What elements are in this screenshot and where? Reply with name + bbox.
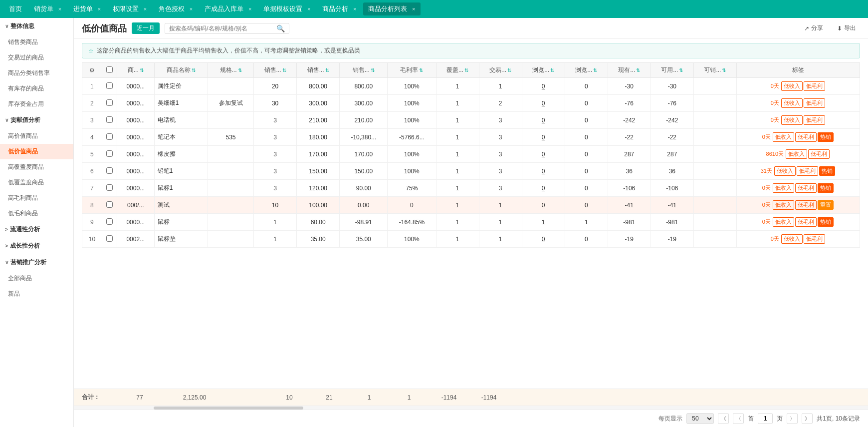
search-icon[interactable]: 🔍 [276, 24, 285, 32]
view1-value[interactable]: 0 [542, 83, 545, 90]
sidebar-group-overall[interactable]: ∨整体信息 [0, 18, 73, 34]
sidebar-item-sales-goods[interactable]: 销售类商品 [0, 34, 73, 50]
view1-value[interactable]: 0 [542, 185, 545, 192]
row-view1[interactable]: 0 [522, 129, 565, 146]
page-input[interactable] [758, 413, 773, 424]
row-checkbox-cell[interactable] [102, 129, 117, 146]
sidebar-item-high-value[interactable]: 高价值商品 [0, 128, 73, 144]
table-container[interactable]: ⚙ 商...⇅ 商品名称⇅ 规格...⇅ 销售...⇅ 销售...⇅ 销售...… [82, 62, 860, 389]
row-checkbox[interactable] [106, 150, 113, 157]
nav-product-entry-close[interactable]: × [248, 6, 251, 12]
view1-value[interactable]: 0 [542, 100, 545, 107]
nav-goods-analysis-close[interactable]: × [353, 6, 356, 12]
row-view1[interactable]: 1 [522, 214, 565, 231]
nav-sales-close[interactable]: × [58, 6, 61, 12]
sidebar-item-new-goods[interactable]: 新品 [0, 286, 73, 302]
col-amount[interactable]: 销售...⇅ [297, 63, 340, 78]
row-view1[interactable]: 0 [522, 95, 565, 112]
sidebar-group-contribution[interactable]: ∨贡献值分析 [0, 112, 73, 128]
sidebar-item-low-coverage[interactable]: 低覆盖度商品 [0, 175, 73, 190]
col-stock2[interactable]: 可用...⇅ [651, 63, 693, 78]
view1-value[interactable]: 0 [542, 134, 545, 141]
sidebar-item-high-margin[interactable]: 高毛利商品 [0, 190, 73, 206]
first-page-button[interactable]: 《 [718, 413, 729, 424]
row-checkbox[interactable] [106, 201, 113, 208]
share-button[interactable]: ↗ 分享 [800, 22, 827, 34]
row-checkbox-cell[interactable] [102, 197, 117, 214]
col-name[interactable]: 商品名称⇅ [154, 63, 208, 78]
sidebar-item-all-goods[interactable]: 全部商品 [0, 271, 73, 286]
nav-home[interactable]: 首页 [4, 2, 27, 15]
col-settings[interactable]: ⚙ [82, 63, 102, 78]
sidebar-item-high-coverage[interactable]: 高覆盖度商品 [0, 159, 73, 175]
export-button[interactable]: ⬇ 导出 [833, 22, 860, 34]
nav-template[interactable]: 单据模板设置 × [258, 2, 315, 15]
col-code[interactable]: 商...⇅ [117, 63, 154, 78]
row-view1[interactable]: 0 [522, 231, 565, 248]
row-checkbox[interactable] [106, 235, 113, 242]
row-checkbox-cell[interactable] [102, 214, 117, 231]
nav-product-entry[interactable]: 产成品入库单 × [200, 2, 256, 15]
nav-sales[interactable]: 销货单 × [29, 2, 66, 15]
col-qty[interactable]: 销售...⇅ [254, 63, 297, 78]
nav-template-close[interactable]: × [307, 6, 310, 12]
row-checkbox[interactable] [106, 184, 113, 191]
sidebar-item-traded-goods[interactable]: 交易过的商品 [0, 50, 73, 65]
row-view1[interactable]: 0 [522, 180, 565, 197]
col-trade[interactable]: 交易...⇅ [479, 63, 522, 78]
nav-purchase[interactable]: 进货单 × [68, 2, 106, 15]
sidebar-item-inventory-goods[interactable]: 有库存的商品 [0, 81, 73, 96]
sidebar-group-growth[interactable]: >成长性分析 [0, 238, 73, 254]
row-view1[interactable]: 0 [522, 112, 565, 129]
sidebar-group-flow[interactable]: >流通性分析 [0, 221, 73, 238]
last-page-button[interactable]: 》 [802, 413, 813, 424]
row-checkbox[interactable] [106, 133, 113, 140]
nav-roles[interactable]: 角色授权 × [154, 2, 198, 15]
view1-value[interactable]: 0 [542, 202, 545, 209]
row-view1[interactable]: 0 [522, 163, 565, 180]
row-checkbox-cell[interactable] [102, 231, 117, 248]
col-margin[interactable]: 毛利率⇅ [388, 63, 436, 78]
prev-page-button[interactable]: 〈 [733, 413, 744, 424]
row-checkbox[interactable] [106, 82, 113, 89]
row-checkbox-cell[interactable] [102, 95, 117, 112]
col-view2[interactable]: 浏览...⇅ [565, 63, 608, 78]
row-view1[interactable]: 0 [522, 146, 565, 163]
view1-value[interactable]: 0 [542, 236, 545, 243]
row-checkbox-cell[interactable] [102, 146, 117, 163]
nav-goods-analysis[interactable]: 商品分析 × [317, 2, 361, 15]
nav-purchase-close[interactable]: × [98, 6, 101, 12]
col-view1[interactable]: 浏览...⇅ [522, 63, 565, 78]
sidebar-group-marketing[interactable]: ∨营销推广分析 [0, 254, 73, 271]
row-view1[interactable]: 0 [522, 197, 565, 214]
per-page-select[interactable]: 50 100 200 [686, 413, 714, 424]
view1-value[interactable]: 0 [542, 117, 545, 124]
row-checkbox[interactable] [106, 167, 113, 174]
col-saleable[interactable]: 可销...⇅ [693, 63, 736, 78]
scrollbar-area[interactable] [74, 406, 868, 410]
col-coverage[interactable]: 覆盖...⇅ [436, 63, 479, 78]
select-all-checkbox[interactable] [106, 66, 113, 73]
scrollbar-thumb[interactable] [154, 407, 303, 410]
sidebar-item-low-value[interactable]: 低价值商品 [0, 144, 73, 159]
sidebar-item-low-margin[interactable]: 低毛利商品 [0, 206, 73, 221]
col-checkbox[interactable] [102, 63, 117, 78]
nav-permissions-close[interactable]: × [144, 6, 147, 12]
view1-value[interactable]: 1 [542, 219, 545, 226]
view1-value[interactable]: 0 [542, 151, 545, 158]
nav-goods-analysis-list-close[interactable]: × [412, 6, 415, 12]
search-input[interactable] [169, 25, 276, 32]
time-filter-button[interactable]: 近一月 [132, 22, 160, 34]
row-checkbox-cell[interactable] [102, 163, 117, 180]
col-stock1[interactable]: 现有...⇅ [608, 63, 651, 78]
row-checkbox-cell[interactable] [102, 78, 117, 95]
col-sales3[interactable]: 销售...⇅ [340, 63, 388, 78]
row-checkbox-cell[interactable] [102, 180, 117, 197]
sidebar-item-category-sales[interactable]: 商品分类销售率 [0, 65, 73, 81]
row-checkbox[interactable] [106, 116, 113, 123]
next-page-button[interactable]: 〉 [787, 413, 798, 424]
row-view1[interactable]: 0 [522, 78, 565, 95]
nav-permissions[interactable]: 权限设置 × [108, 2, 152, 15]
row-checkbox-cell[interactable] [102, 112, 117, 129]
sidebar-item-inventory-capital[interactable]: 库存资金占用 [0, 96, 73, 112]
